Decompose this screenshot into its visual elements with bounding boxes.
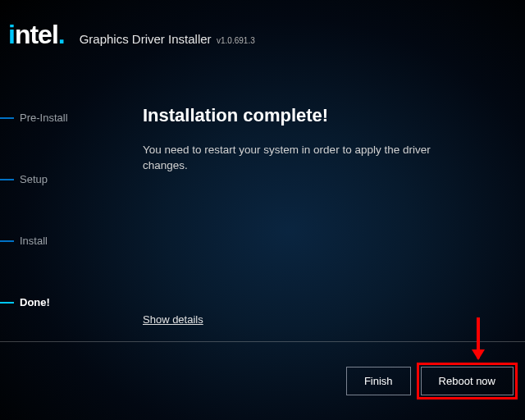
app-title: Graphics Driver Installer [80, 32, 212, 46]
sidebar-item-preinstall: Pre-Install [0, 112, 89, 173]
sidebar-item-label: Install [20, 235, 48, 247]
content: Installation complete! You need to resta… [89, 62, 525, 415]
divider [0, 341, 525, 342]
installation-heading: Installation complete! [143, 105, 500, 126]
footer: Finish Reboot now [346, 367, 514, 395]
sidebar: Pre-Install Setup Install Done! [0, 62, 89, 415]
header: intel. Graphics Driver Installer v1.0.69… [0, 0, 525, 62]
app-title-wrap: Graphics Driver Installer v1.0.691.3 [80, 32, 255, 47]
app-version: v1.0.691.3 [217, 36, 255, 45]
sidebar-item-setup: Setup [0, 173, 89, 235]
finish-button[interactable]: Finish [346, 367, 411, 395]
main: Pre-Install Setup Install Done! Installa… [0, 62, 525, 415]
sidebar-item-done: Done! [0, 296, 89, 358]
annotation-arrow-icon [477, 317, 480, 358]
sidebar-item-label: Done! [20, 296, 50, 308]
sidebar-item-install: Install [0, 235, 89, 296]
show-details-link[interactable]: Show details [143, 313, 203, 326]
sidebar-item-label: Setup [20, 173, 48, 185]
intel-logo: intel. [8, 21, 65, 48]
installation-body: You need to restart your system in order… [143, 143, 471, 174]
reboot-now-button[interactable]: Reboot now [421, 367, 514, 395]
sidebar-item-label: Pre-Install [20, 112, 68, 124]
